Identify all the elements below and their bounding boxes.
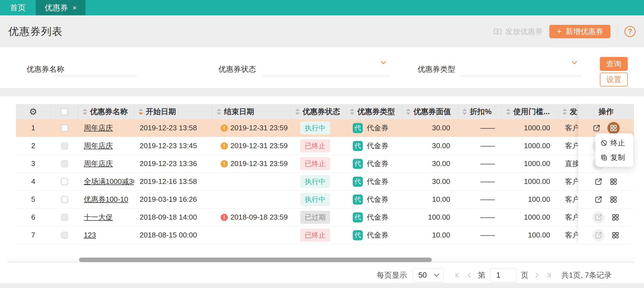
actions-column: 操作 [578,104,634,244]
status-badge: 已终止 [300,139,330,152]
next-page-icon[interactable] [533,271,541,279]
row-index: 5 [16,191,51,208]
page-number-input[interactable] [490,268,516,282]
more-actions-icon[interactable] [607,122,620,134]
coupon-type-tag: 代 [353,141,363,151]
share-icon[interactable] [594,177,603,186]
row-index: 7 [16,226,51,244]
tab-coupon[interactable]: 优惠券 × [36,0,85,15]
plus-icon: + [557,27,562,36]
add-coupon-button[interactable]: + 新增优惠券 [549,25,610,38]
col-header-discount[interactable]: 折扣% [458,104,502,119]
threshold: 100.00 [502,191,558,208]
table-row[interactable]: 6 十一大促 2018-09-18 14:00 !2018-09-18 23:5… [16,208,578,226]
sort-icon[interactable] [217,109,221,115]
coupon-name-link[interactable]: 全场满1000减30 [84,177,134,186]
end-date: !2019-12-31 23:59 [212,137,291,155]
table-row[interactable]: 1 周年店庆 2019-12-23 13:58 !2019-12-31 23:5… [16,119,578,137]
more-actions-icon[interactable] [609,177,618,186]
coupon-type-tag: 代 [353,230,363,240]
row-checkbox [61,214,68,221]
tab-home[interactable]: 首页 [0,0,36,15]
coupon-name-input[interactable] [53,65,137,76]
scrollbar-thumb[interactable] [79,258,432,262]
coupon-name-link[interactable]: 优惠券100-10 [84,195,128,204]
col-header-type[interactable]: 优惠券类型 [345,104,402,119]
share-icon [592,229,605,241]
share-icon[interactable] [594,195,603,204]
coupon-name-link[interactable]: 123 [84,231,96,239]
coupon-type: 代金券 [367,230,388,240]
coupon-value: 30.00 [402,119,458,137]
coupon-name-link[interactable]: 周年店庆 [84,123,113,133]
col-header-end[interactable]: 结束日期 [212,104,291,119]
issue-mode: 客户 [558,208,578,226]
sort-icon[interactable] [462,109,467,115]
table-row[interactable]: 5 优惠券100-10 2019-03-19 16:26 执行中 代代金券 10… [16,191,578,208]
actions-context-menu: 终止 复制 [595,133,633,167]
warning-icon: ! [221,160,228,167]
sort-icon[interactable] [506,109,511,115]
select-all-checkbox[interactable] [61,108,68,115]
sort-icon[interactable] [83,109,87,115]
share-icon[interactable] [592,124,601,132]
coupon-type-tag: 代 [353,159,363,169]
page-word-after: 页 [521,270,528,280]
sort-icon[interactable] [295,109,300,115]
col-header-start[interactable]: 开始日期 [134,104,212,119]
table-row[interactable]: 4 全场满1000减30 2019-12-16 13:58 执行中 代代金券 3… [16,173,578,191]
coupon-status-select[interactable] [263,65,391,76]
issue-coupon-button[interactable]: 发放优惠券 [493,27,543,37]
row-checkbox[interactable] [61,178,68,185]
page-size-select[interactable]: 50 [412,268,444,282]
more-actions-icon[interactable] [609,195,618,204]
chevron-down-icon[interactable] [379,59,388,66]
table-row[interactable]: 7 123 2018-08-15 00:00 已终止 代代金券 10.00 ——… [16,226,578,244]
table-row[interactable]: 3 周年店庆 2019-12-23 13:36 !2019-12-31 23:5… [16,155,578,173]
row-checkbox [61,142,68,150]
col-header-status[interactable]: 优惠券状态 [291,104,345,119]
status-badge: 已终止 [300,229,330,242]
sort-icon[interactable] [406,109,411,115]
col-header-name[interactable]: 优惠券名称 [78,104,134,119]
coupon-type-tag: 代 [353,123,363,133]
coupon-name-link[interactable]: 十一大促 [84,212,113,222]
col-header-value[interactable]: 优惠券面值 [402,104,458,119]
row-checkbox[interactable] [61,124,68,132]
end-date [212,173,291,190]
col-header-issue[interactable]: 发 [558,104,578,119]
last-page-icon[interactable] [545,271,553,279]
sort-icon[interactable] [562,109,567,115]
col-header-threshold[interactable]: 使用门槛... [502,104,558,119]
table-row[interactable]: 2 周年店庆 2019-12-23 13:45 !2019-12-31 23:5… [16,137,578,155]
start-date: 2019-12-16 13:58 [134,173,212,190]
tab-bar: 首页 优惠券 × [0,0,644,15]
discount: —— [458,173,502,190]
first-page-icon[interactable] [453,271,461,279]
issue-mode: 客户 [558,173,578,190]
gear-icon[interactable]: ⚙ [29,106,37,117]
coupon-name-link[interactable]: 周年店庆 [84,159,113,169]
pagination-summary: 共1页, 7条记录 [561,270,612,280]
menu-item-copy[interactable]: 复制 [595,150,633,165]
coupon-type: 代金券 [367,195,388,204]
coupon-name-link[interactable]: 周年店庆 [84,141,113,151]
menu-item-terminate[interactable]: 终止 [595,136,633,150]
search-button[interactable]: 查询 [600,57,628,71]
chevron-down-icon[interactable] [570,59,579,66]
coupon-type-select[interactable] [461,65,582,76]
settings-button[interactable]: 设置 [600,73,628,87]
sort-icon[interactable] [350,109,354,115]
more-actions-icon[interactable] [611,213,620,222]
coupon-type: 代金券 [367,123,388,133]
coupon-type: 代金券 [367,212,388,222]
row-checkbox[interactable] [61,196,68,203]
issue-mode: 客户 [558,191,578,208]
tab-close-icon[interactable]: × [72,4,77,11]
prev-page-icon[interactable] [466,271,473,279]
sort-icon[interactable] [139,109,143,115]
filter-status-label: 优惠券状态 [218,64,256,74]
status-badge: 执行中 [300,175,330,188]
more-actions-icon[interactable] [611,231,620,239]
help-icon[interactable]: ? [624,26,636,37]
